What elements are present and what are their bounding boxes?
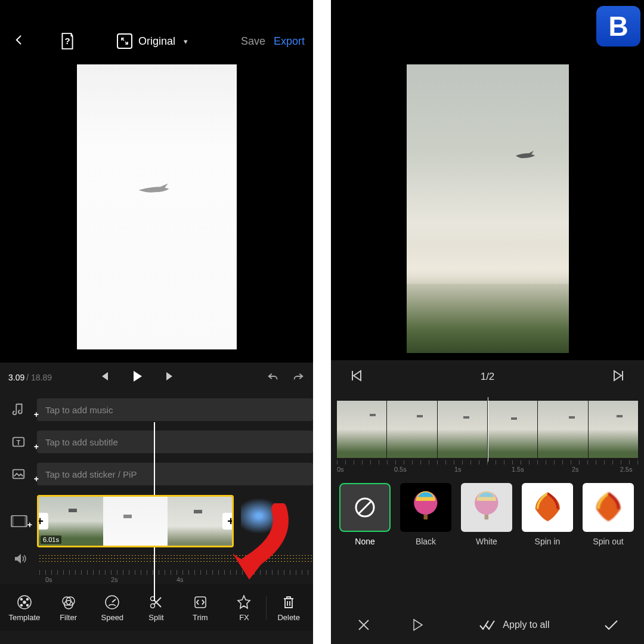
video-track-icon[interactable]: + (11, 515, 37, 528)
play-button[interactable] (120, 370, 154, 385)
add-clip-after[interactable]: + (222, 513, 234, 530)
clip-duration: 6.01s (41, 535, 61, 544)
cancel-button[interactable] (337, 617, 391, 633)
expand-icon (117, 33, 132, 49)
back-button[interactable] (8, 33, 30, 49)
subtitle-track-icon[interactable]: T + (11, 434, 37, 450)
add-clip-before[interactable]: + (37, 513, 48, 530)
save-button[interactable]: Save (241, 35, 265, 48)
transition-black[interactable]: Black (400, 483, 451, 549)
transition-panel: 1/2 0s 0.5s 1s 1.5s 2s 2.5s (331, 360, 644, 644)
filter-button[interactable]: Filter (47, 594, 91, 622)
svg-rect-23 (424, 515, 428, 519)
svg-text:?: ? (64, 36, 70, 46)
time-ruler[interactable]: 0s 2s 4s (39, 569, 313, 584)
transition-list: None Black White Spin in (331, 483, 644, 549)
preview-frame (407, 64, 569, 353)
svg-point-12 (26, 604, 28, 606)
svg-point-11 (20, 604, 22, 606)
current-time: 3.09 (8, 373, 24, 382)
next-button[interactable] (154, 371, 187, 384)
aspect-ratio-selector[interactable]: Original ▾ (117, 33, 188, 49)
audio-waveform[interactable] (39, 555, 313, 565)
next-clip[interactable] (241, 495, 301, 547)
toolbar: Template Filter Speed Split Trim FX (0, 584, 313, 631)
fx-button[interactable]: FX (222, 594, 267, 622)
subtitle-track[interactable]: Tap to add subtitle (37, 431, 313, 453)
prev-button[interactable] (88, 371, 120, 384)
sticker-track-icon[interactable]: + (11, 466, 37, 482)
svg-text:T: T (17, 439, 21, 446)
transition-none[interactable]: None (339, 483, 391, 549)
export-button[interactable]: Export (274, 35, 305, 48)
transition-spin-in[interactable]: Spin in (522, 483, 573, 549)
total-time: / 18.89 (26, 373, 52, 382)
chevron-down-icon: ▾ (184, 37, 188, 46)
svg-rect-5 (11, 516, 14, 527)
music-track[interactable]: Tap to add music (37, 398, 313, 421)
music-track-icon[interactable]: + (11, 402, 37, 417)
svg-point-9 (20, 598, 22, 600)
tracks-area: + Tap to add music T + Tap to add subtit… (0, 392, 313, 584)
right-screenshot: 1/2 0s 0.5s 1s 1.5s 2s 2.5s (331, 0, 644, 644)
prev-transition-button[interactable] (349, 369, 363, 385)
sticker-track[interactable]: Tap to add sticker / PiP (37, 463, 313, 485)
preview-frame (77, 64, 237, 349)
airplane-icon (137, 182, 171, 194)
video-preview[interactable] (331, 0, 644, 360)
left-screenshot: ? Original ▾ Save Export 3.09 / 18.89 (0, 0, 313, 644)
redo-button[interactable] (292, 370, 305, 385)
next-transition-button[interactable] (612, 369, 626, 385)
playhead[interactable] (488, 397, 489, 462)
apply-all-button[interactable]: Apply to all (444, 619, 584, 631)
airplane-icon (515, 150, 535, 159)
svg-point-8 (23, 601, 26, 603)
trim-button[interactable]: Trim (178, 594, 222, 622)
transition-white[interactable]: White (461, 483, 512, 549)
undo-button[interactable] (267, 370, 280, 385)
svg-rect-3 (13, 470, 24, 479)
template-button[interactable]: Template (2, 594, 47, 622)
preview-play-button[interactable] (391, 617, 444, 633)
transition-counter: 1/2 (481, 371, 495, 383)
svg-point-10 (26, 598, 28, 600)
svg-rect-6 (24, 516, 27, 527)
video-preview[interactable] (0, 58, 313, 363)
aspect-ratio-label: Original (138, 35, 175, 48)
split-button[interactable]: Split (134, 594, 178, 622)
top-bar: ? Original ▾ Save Export (0, 24, 313, 58)
time-ruler[interactable]: 0s 0.5s 1s 1.5s 2s 2.5s (337, 459, 638, 475)
svg-rect-25 (485, 515, 489, 519)
volume-icon[interactable] (13, 552, 27, 568)
transition-nav: 1/2 (331, 360, 644, 394)
confirm-button[interactable] (584, 619, 638, 631)
clip-track[interactable]: 6.01s + + (37, 495, 313, 547)
bottom-actions: Apply to all (331, 606, 644, 644)
svg-line-21 (359, 501, 371, 513)
transition-spin-out[interactable]: Spin out (583, 483, 634, 549)
clip-strip[interactable] (337, 401, 638, 458)
watermark-logo: B (596, 6, 640, 47)
svg-rect-4 (11, 516, 27, 527)
speed-button[interactable]: Speed (90, 594, 134, 622)
timeline-panel: 3.09 / 18.89 + (0, 363, 313, 644)
none-icon (339, 483, 391, 532)
delete-button[interactable]: Delete (267, 594, 311, 622)
selected-clip[interactable]: 6.01s + + (37, 495, 234, 547)
playback-bar: 3.09 / 18.89 (0, 363, 313, 392)
help-icon[interactable]: ? (60, 32, 75, 50)
